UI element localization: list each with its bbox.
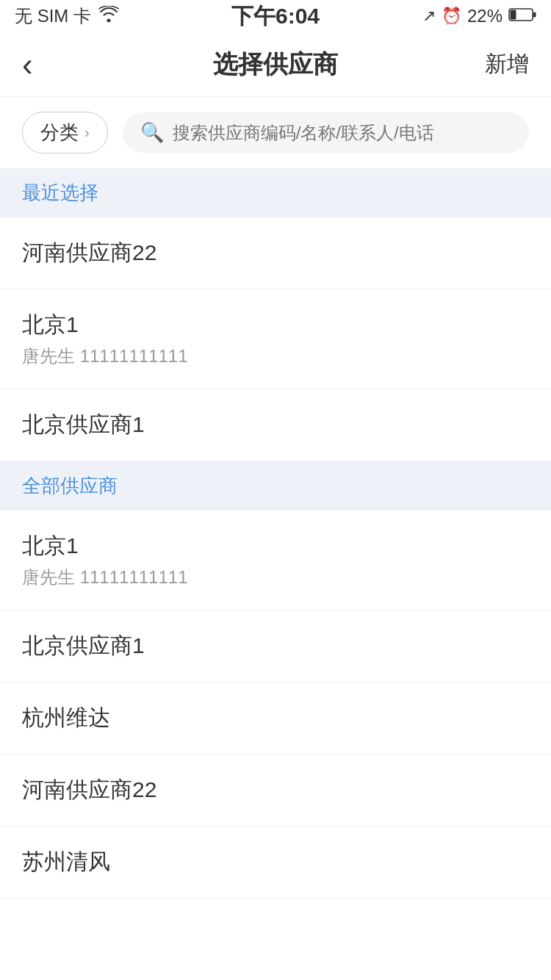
carrier-text: 无 SIM 卡 bbox=[15, 4, 91, 28]
nav-bar: ‹ 选择供应商 新增 bbox=[0, 32, 551, 97]
item-name: 北京供应商1 bbox=[22, 631, 529, 661]
status-right: ↗ ⏰ 22% bbox=[422, 6, 536, 26]
list-item[interactable]: 杭州维达 bbox=[0, 682, 551, 754]
item-name: 北京1 bbox=[22, 531, 529, 561]
all-list: 北京1 唐先生 11111111111 北京供应商1 杭州维达 河南供应商22 … bbox=[0, 511, 551, 898]
category-button[interactable]: 分类 › bbox=[22, 112, 108, 154]
page-title: 选择供应商 bbox=[213, 48, 338, 82]
location-icon: ↗ bbox=[422, 7, 436, 26]
list-item[interactable]: 北京1 唐先生 11111111111 bbox=[0, 511, 551, 610]
chevron-right-icon: › bbox=[84, 124, 90, 141]
item-name: 北京1 bbox=[22, 310, 529, 340]
search-box[interactable]: 🔍 bbox=[123, 112, 529, 153]
svg-rect-1 bbox=[533, 12, 536, 18]
item-sub: 唐先生 11111111111 bbox=[22, 345, 529, 368]
status-left: 无 SIM 卡 bbox=[15, 4, 119, 28]
filter-bar: 分类 › 🔍 bbox=[0, 97, 551, 168]
wifi-icon bbox=[98, 6, 119, 26]
category-label: 分类 bbox=[40, 120, 79, 145]
item-name: 苏州清风 bbox=[22, 847, 529, 877]
list-item[interactable]: 北京供应商1 bbox=[0, 389, 551, 461]
new-action-button[interactable]: 新增 bbox=[485, 49, 529, 79]
battery-icon bbox=[508, 6, 536, 26]
item-name: 杭州维达 bbox=[22, 703, 529, 733]
battery-text: 22% bbox=[467, 6, 503, 26]
recent-section-header: 最近选择 bbox=[0, 168, 551, 217]
recent-list: 河南供应商22 北京1 唐先生 11111111111 北京供应商1 bbox=[0, 217, 551, 461]
back-button[interactable]: ‹ bbox=[22, 46, 66, 83]
search-icon: 🔍 bbox=[140, 121, 164, 144]
item-name: 河南供应商22 bbox=[22, 238, 529, 268]
list-item[interactable]: 河南供应商22 bbox=[0, 754, 551, 826]
status-bar: 无 SIM 卡 下午6:04 ↗ ⏰ 22% bbox=[0, 0, 551, 32]
item-name: 北京供应商1 bbox=[22, 410, 529, 440]
list-item[interactable]: 北京1 唐先生 11111111111 bbox=[0, 289, 551, 389]
all-section-header: 全部供应商 bbox=[0, 461, 551, 511]
list-item[interactable]: 苏州清风 bbox=[0, 826, 551, 898]
item-sub: 唐先生 11111111111 bbox=[22, 566, 529, 589]
list-item[interactable]: 河南供应商22 bbox=[0, 217, 551, 289]
status-time: 下午6:04 bbox=[231, 1, 320, 32]
search-input[interactable] bbox=[173, 123, 511, 143]
list-item[interactable]: 北京供应商1 bbox=[0, 610, 551, 682]
item-name: 河南供应商22 bbox=[22, 775, 529, 805]
svg-rect-2 bbox=[511, 10, 516, 20]
alarm-icon: ⏰ bbox=[442, 7, 461, 26]
